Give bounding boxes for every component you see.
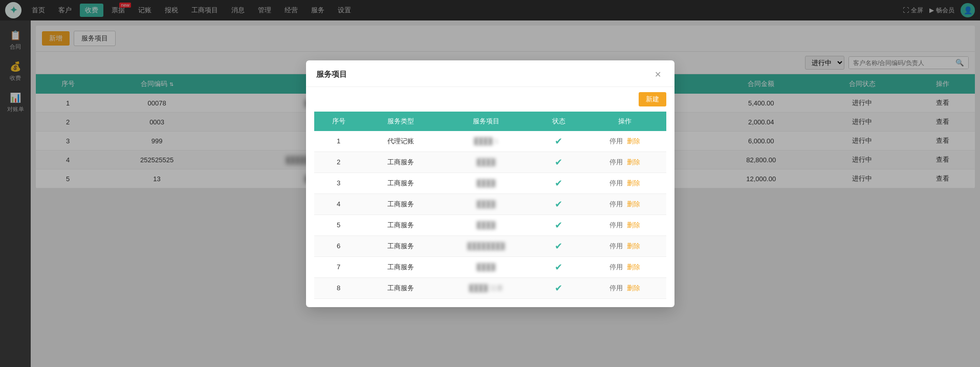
stop-button[interactable]: 停用 (609, 221, 623, 229)
modal-cell-service-type: 工商服务 (363, 152, 438, 172)
modal-cell-status: ✔ (534, 214, 583, 235)
modal-col-header-service_type: 服务类型 (363, 112, 438, 131)
list-item: 4工商服务████✔停用删除 (314, 193, 666, 214)
modal-cell-seq: 7 (314, 256, 363, 277)
modal-title: 服务项目 (316, 70, 347, 79)
stop-button[interactable]: 停用 (609, 200, 623, 208)
modal-cell-service-type: 工商服务 (363, 256, 438, 277)
modal-cell-status: ✔ (534, 277, 583, 298)
stop-button[interactable]: 停用 (609, 284, 623, 292)
modal-cell-service-type: 工商服务 (363, 235, 438, 256)
modal-cell-service-type: 代理记账 (363, 131, 438, 152)
status-check-icon: ✔ (555, 283, 562, 293)
modal-cell-action: 停用删除 (583, 214, 666, 235)
list-item: 5工商服务████✔停用删除 (314, 214, 666, 235)
stop-button[interactable]: 停用 (609, 179, 623, 187)
status-check-icon: ✔ (555, 241, 562, 251)
modal-cell-seq: 6 (314, 235, 363, 256)
delete-button[interactable]: 删除 (627, 158, 640, 166)
list-item: 7工商服务████✔停用删除 (314, 256, 666, 277)
status-check-icon: ✔ (555, 220, 562, 230)
list-item: 3工商服务████✔停用删除 (314, 172, 666, 193)
status-check-icon: ✔ (555, 262, 562, 272)
status-check-icon: ✔ (555, 136, 562, 146)
modal-cell-seq: 8 (314, 277, 363, 298)
delete-button[interactable]: 删除 (627, 221, 640, 229)
modal-close-button[interactable]: ✕ (651, 69, 664, 80)
delete-button[interactable]: 删除 (627, 284, 640, 292)
modal-new-button[interactable]: 新建 (639, 92, 666, 106)
modal-cell-service-item: ████ (438, 152, 534, 172)
delete-button[interactable]: 删除 (627, 242, 640, 250)
modal-cell-service-item: ████ (438, 193, 534, 214)
modal-cell-action: 停用删除 (583, 277, 666, 298)
modal-cell-service-type: 工商服务 (363, 277, 438, 298)
status-check-icon: ✔ (555, 199, 562, 209)
modal-cell-status: ✔ (534, 193, 583, 214)
stop-button[interactable]: 停用 (609, 263, 623, 271)
modal-col-header-action: 操作 (583, 112, 666, 131)
modal-cell-action: 停用删除 (583, 172, 666, 193)
modal-cell-service-item: ████████ (438, 235, 534, 256)
modal-cell-service-type: 工商服务 (363, 172, 438, 193)
modal-cell-status: ✔ (534, 256, 583, 277)
modal-cell-service-item: ████ 注册 (438, 277, 534, 298)
delete-button[interactable]: 删除 (627, 179, 640, 187)
modal-cell-service-item: ████ 1 (438, 131, 534, 152)
modal-cell-service-item: ████ (438, 214, 534, 235)
service-item-table: 序号服务类型服务项目状态操作 1代理记账████ 1✔停用删除2工商服务████… (314, 112, 666, 299)
modal-cell-seq: 5 (314, 214, 363, 235)
modal-cell-status: ✔ (534, 131, 583, 152)
modal-cell-seq: 4 (314, 193, 363, 214)
status-check-icon: ✔ (555, 157, 562, 167)
modal-cell-status: ✔ (534, 235, 583, 256)
service-item-table-body: 1代理记账████ 1✔停用删除2工商服务████✔停用删除3工商服务████✔… (314, 131, 666, 299)
list-item: 2工商服务████✔停用删除 (314, 152, 666, 172)
modal-body: 序号服务类型服务项目状态操作 1代理记账████ 1✔停用删除2工商服务████… (306, 112, 674, 307)
modal-overlay[interactable]: 服务项目 ✕ 新建 序号服务类型服务项目状态操作 1代理记账████ 1✔停用删… (0, 0, 980, 367)
stop-button[interactable]: 停用 (609, 137, 623, 145)
modal-cell-action: 停用删除 (583, 256, 666, 277)
service-item-table-header: 序号服务类型服务项目状态操作 (314, 112, 666, 131)
modal-header: 服务项目 ✕ (306, 60, 674, 87)
modal-cell-status: ✔ (534, 152, 583, 172)
status-check-icon: ✔ (555, 178, 562, 188)
modal-cell-action: 停用删除 (583, 152, 666, 172)
modal-cell-seq: 2 (314, 152, 363, 172)
modal-col-header-seq: 序号 (314, 112, 363, 131)
modal-cell-action: 停用删除 (583, 131, 666, 152)
modal-cell-seq: 3 (314, 172, 363, 193)
stop-button[interactable]: 停用 (609, 242, 623, 250)
modal-cell-status: ✔ (534, 172, 583, 193)
service-modal: 服务项目 ✕ 新建 序号服务类型服务项目状态操作 1代理记账████ 1✔停用删… (306, 60, 674, 307)
modal-table-header-row: 序号服务类型服务项目状态操作 (314, 112, 666, 131)
modal-col-header-service_item: 服务项目 (438, 112, 534, 131)
stop-button[interactable]: 停用 (609, 158, 623, 166)
modal-cell-service-type: 工商服务 (363, 214, 438, 235)
modal-cell-action: 停用删除 (583, 235, 666, 256)
delete-button[interactable]: 删除 (627, 263, 640, 271)
modal-cell-service-type: 工商服务 (363, 193, 438, 214)
list-item: 8工商服务████ 注册✔停用删除 (314, 277, 666, 298)
list-item: 1代理记账████ 1✔停用删除 (314, 131, 666, 152)
modal-col-header-status: 状态 (534, 112, 583, 131)
delete-button[interactable]: 删除 (627, 137, 640, 145)
delete-button[interactable]: 删除 (627, 200, 640, 208)
modal-cell-seq: 1 (314, 131, 363, 152)
modal-toolbar: 新建 (306, 87, 674, 112)
modal-cell-service-item: ████ (438, 172, 534, 193)
list-item: 6工商服务████████✔停用删除 (314, 235, 666, 256)
modal-cell-action: 停用删除 (583, 193, 666, 214)
modal-cell-service-item: ████ (438, 256, 534, 277)
